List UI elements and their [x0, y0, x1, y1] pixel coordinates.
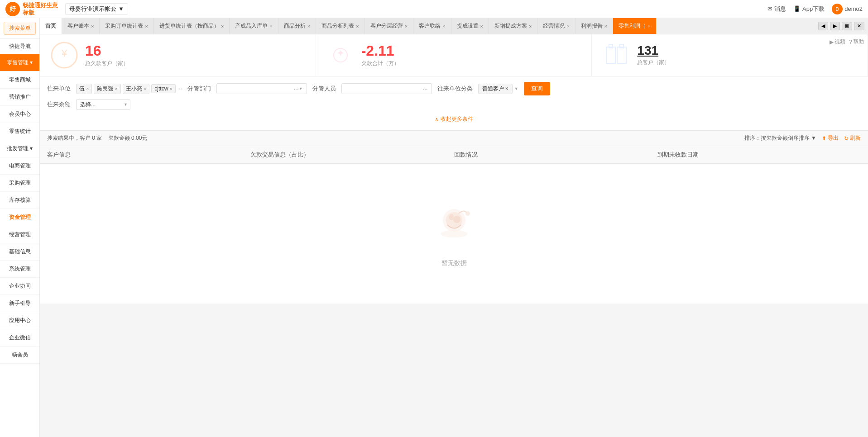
video-link[interactable]: ▶ 视频 — [830, 38, 845, 46]
tab-next-button[interactable]: ▶ — [830, 22, 840, 30]
tab-close-icon[interactable]: × — [405, 24, 408, 29]
sidebar-item-member-center[interactable]: 会员中心 — [0, 106, 39, 123]
unit-tag-cj: cjttcw × — [151, 84, 175, 93]
stat-customers-value: 16 — [85, 43, 129, 58]
search-menu-button[interactable]: 搜索菜单 — [4, 22, 36, 35]
user-menu[interactable]: D demo2 — [832, 4, 863, 14]
tab-close-icon[interactable]: × — [91, 24, 94, 29]
sidebar-item-enterprise[interactable]: 企业协同 — [0, 278, 39, 295]
filter-row-balance: 往来余额 选择... — [47, 99, 861, 110]
tab-expand-button[interactable]: ⊠ — [842, 22, 852, 30]
query-button[interactable]: 查询 — [524, 82, 550, 95]
export-button[interactable]: ⬆ 导出 — [822, 134, 839, 142]
sidebar-item-ecommerce[interactable]: 电商管理 — [0, 157, 39, 175]
tab-purchase-order[interactable]: 采购订单统计表 × — [100, 18, 153, 34]
results-actions: 排序：按欠款金额倒序排序 ▼ ⬆ 导出 ↻ 刷新 — [744, 134, 861, 142]
balance-select[interactable]: 选择... — [76, 99, 130, 110]
tab-close-icon[interactable]: × — [529, 24, 532, 29]
sidebar-item-system[interactable]: 系统管理 — [0, 261, 39, 278]
empty-state-icon — [432, 200, 477, 254]
help-link[interactable]: ? 帮助 — [849, 38, 864, 46]
unit-type-filter-label: 往来单位分类 — [437, 85, 473, 93]
unit-tag-wu-close[interactable]: × — [86, 86, 89, 91]
sidebar-item-finance[interactable]: 资金管理 — [0, 209, 39, 226]
stat-customers-label: 总欠款客户（家） — [85, 60, 129, 67]
tab-close-all-button[interactable]: ✕ — [854, 22, 864, 30]
tab-profit-report[interactable]: 利润报告 × — [575, 18, 613, 34]
stat-total-value: 131 — [637, 44, 670, 57]
sidebar-item-marketing[interactable]: 营销推广 — [0, 89, 39, 106]
tab-close-icon[interactable]: × — [604, 24, 607, 29]
tab-close-icon[interactable]: × — [221, 24, 224, 29]
refresh-button[interactable]: ↻ 刷新 — [844, 134, 861, 142]
tab-customer-ledger[interactable]: 客户账本 × — [62, 18, 100, 34]
svg-point-13 — [465, 211, 470, 216]
sidebar-item-retail-mall[interactable]: 零售商城 — [0, 71, 39, 89]
tab-operations[interactable]: 经营情况 × — [537, 18, 575, 34]
stat-card-customers: ¥ 16 总欠款客户（家） — [40, 34, 316, 76]
balance-select-wrapper: 选择... — [76, 99, 130, 110]
person-input[interactable] — [345, 86, 422, 92]
message-link[interactable]: ✉ 消息 — [767, 5, 786, 13]
tab-goods-inbound[interactable]: 进货单统计表（按商品） × — [154, 18, 230, 34]
dept-filter-input[interactable]: ··· ▼ — [216, 83, 307, 94]
unit-tag-wu: 伍 × — [76, 84, 92, 94]
avatar: D — [832, 4, 843, 14]
person-input-more[interactable]: ··· — [422, 85, 428, 92]
unit-tag-cj-close[interactable]: × — [169, 86, 172, 91]
tab-close-icon[interactable]: × — [145, 24, 148, 29]
tab-commission-setting[interactable]: 提成设置 × — [451, 18, 489, 34]
person-filter-input[interactable]: ··· — [341, 83, 432, 94]
tab-add-commission[interactable]: 新增提成方案 × — [489, 18, 537, 34]
tab-customer-contact[interactable]: 客户联络 × — [413, 18, 451, 34]
logo-area: 好 畅捷通好生意 标版 — [5, 2, 58, 16]
tab-close-icon[interactable]: × — [307, 24, 310, 29]
stat-debt-info: -2.11 欠款合计（万） — [361, 43, 399, 67]
unit-tag-wang-close[interactable]: × — [144, 86, 146, 91]
sidebar-item-appcenter[interactable]: 应用中心 — [0, 312, 39, 329]
tab-prev-button[interactable]: ◀ — [818, 22, 828, 30]
sidebar-item-purchase[interactable]: 采购管理 — [0, 175, 39, 192]
sidebar-item-wechat[interactable]: 企业微信 — [0, 329, 39, 347]
sidebar-item-base-info[interactable]: 基础信息 — [0, 243, 39, 261]
tab-close-icon[interactable]: × — [269, 24, 272, 29]
sort-label: 排序：按欠款金额倒序排序 ▼ — [744, 134, 816, 142]
unit-tags-more[interactable]: ··· — [177, 86, 182, 92]
stat-card-debt: ✦ -2.11 欠款合计（万） — [316, 34, 592, 76]
logo-icon: 好 — [5, 2, 20, 16]
content-area: 首页 客户账本 × 采购订单统计表 × 进货单统计表（按商品） × 产成品入库单… — [40, 18, 868, 437]
tab-goods-analysis[interactable]: 商品分析 × — [278, 18, 316, 34]
unit-tag-chen-close[interactable]: × — [115, 86, 117, 91]
dept-input-more[interactable]: ··· — [293, 85, 299, 92]
tab-close-icon[interactable]: × — [480, 24, 483, 29]
sidebar-item-wholesale[interactable]: 批发管理 ▾ — [0, 140, 39, 157]
tab-goods-analysis-list[interactable]: 商品分析列表 × — [316, 18, 364, 34]
tab-close-icon[interactable]: × — [566, 24, 569, 29]
unit-type-tags: 普通客户 × ▼ — [478, 84, 518, 94]
sidebar-item-operations[interactable]: 经营管理 — [0, 226, 39, 243]
col-customer-header: 客户信息 — [47, 151, 250, 159]
collapse-button[interactable]: ∧ 收起更多条件 — [47, 114, 861, 125]
dept-chevron-icon: ▼ — [299, 86, 303, 91]
app-download-link[interactable]: 📱 App下载 — [793, 5, 825, 13]
sidebar-item-retail-mgmt[interactable]: 零售管理 ▾ — [0, 54, 39, 71]
sidebar-item-newguide[interactable]: 新手引导 — [0, 295, 39, 312]
sort-chevron-icon[interactable]: ▼ — [811, 135, 816, 141]
tab-close-icon[interactable]: × — [356, 24, 359, 29]
sidebar-item-inventory[interactable]: 库存核算 — [0, 192, 39, 209]
tab-home[interactable]: 首页 — [40, 18, 62, 34]
tab-close-icon[interactable]: × — [647, 24, 650, 29]
stat-debt-icon: ✦ — [327, 42, 354, 69]
tab-product-inbound[interactable]: 产成品入库单 × — [230, 18, 278, 34]
sidebar-item-retail-stats[interactable]: 零售统计 — [0, 123, 39, 140]
stat-debt-value: -2.11 — [361, 43, 399, 58]
tab-close-icon[interactable]: × — [442, 24, 445, 29]
dept-input[interactable] — [221, 86, 293, 92]
tab-customer-tier[interactable]: 客户分层经营 × — [365, 18, 413, 34]
logo-text: 畅捷通好生意 标版 — [23, 2, 58, 16]
store-selector[interactable]: 母婴行业演示帐套 ▼ — [65, 3, 128, 15]
sidebar-item-member[interactable]: 畅会员 — [0, 347, 39, 364]
customer-type-close[interactable]: × — [505, 86, 508, 92]
tab-retail-profit[interactable]: 零售利润（ × — [613, 18, 656, 34]
quick-nav-button[interactable]: 快捷导航 — [0, 39, 39, 54]
